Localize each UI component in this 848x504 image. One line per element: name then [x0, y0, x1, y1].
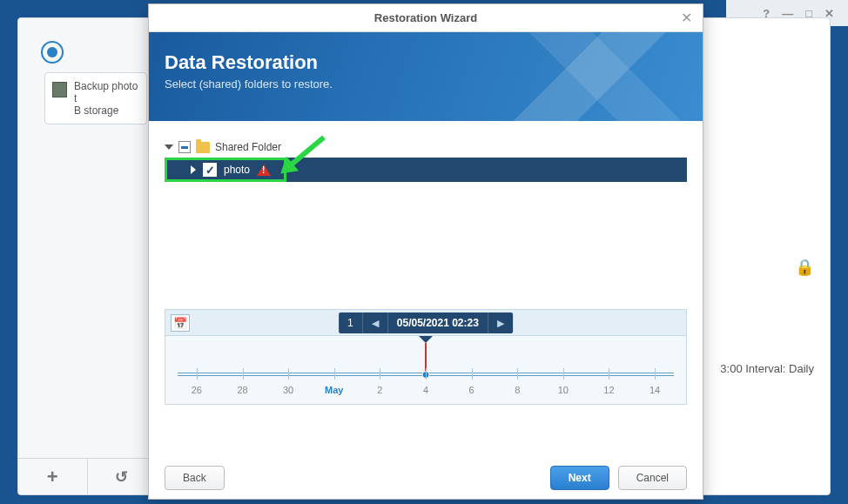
modal-header: Data Restoration Select (shared) folders…	[149, 32, 703, 121]
timeline-tick	[472, 368, 473, 380]
timeline-tick	[334, 368, 335, 380]
timeline-tick	[243, 368, 244, 380]
caret-down-icon[interactable]	[165, 144, 173, 150]
folder-icon	[196, 142, 210, 153]
caret-right-icon[interactable]	[191, 165, 196, 174]
modal-header-subtitle: Select (shared) folders to restore.	[165, 77, 687, 91]
timeline-pointer-icon	[419, 336, 433, 343]
checkbox-checked[interactable]: ✓	[203, 163, 217, 177]
timeline-tick-label: 10	[558, 385, 569, 395]
timeline-tick-label: May	[325, 385, 343, 395]
backup-task-item[interactable]: Backup photo t B storage	[44, 72, 147, 124]
cancel-button[interactable]: Cancel	[618, 466, 687, 490]
timeline-header: 📅 1 ◀ 05/05/2021 02:23 ▶	[165, 310, 686, 336]
schedule-text: 3:00 Interval: Daily	[720, 362, 814, 375]
modal-title: Restoration Wizard	[374, 11, 477, 24]
back-button[interactable]: Back	[165, 466, 225, 490]
timeline-datetime: 05/05/2021 02:23	[388, 312, 488, 333]
timeline-tick	[609, 368, 609, 380]
timeline-tick-label: 6	[469, 385, 474, 395]
modal-body: Shared Folder ✓ photo 📅 1 ◀	[149, 121, 703, 457]
timeline: 📅 1 ◀ 05/05/2021 02:23 ▶ 262830May246810…	[165, 309, 687, 405]
timeline-tick-label: 28	[237, 385, 247, 395]
timeline-tick-label: 4	[423, 385, 428, 395]
timeline-tick	[655, 368, 656, 380]
tree-child-photo[interactable]: ✓ photo	[165, 158, 687, 182]
tree-root-row[interactable]: Shared Folder	[165, 138, 687, 156]
timeline-tick	[197, 368, 198, 380]
timeline-tick-label: 8	[515, 385, 520, 395]
modal-footer: Back Next Cancel	[149, 457, 703, 499]
modal-titlebar: Restoration Wizard ✕	[149, 4, 703, 32]
tree-root-label: Shared Folder	[215, 141, 281, 153]
timeline-tick	[426, 368, 427, 380]
calendar-icon	[52, 82, 67, 97]
timeline-page: 1	[339, 312, 362, 333]
timeline-tick-label: 12	[603, 385, 614, 395]
timeline-calendar-button[interactable]: 📅	[171, 314, 190, 332]
timeline-tick-label: 2	[377, 385, 382, 395]
timeline-tick-label: 26	[192, 385, 202, 395]
timeline-tick-label: 14	[649, 385, 660, 395]
timeline-tick	[517, 368, 518, 380]
timeline-badge: 1 ◀ 05/05/2021 02:23 ▶	[339, 312, 513, 333]
left-panel-toolbar: + ↺	[18, 458, 156, 494]
modal-close-icon[interactable]: ✕	[681, 10, 692, 26]
next-button[interactable]: Next	[550, 466, 609, 490]
modal-header-title: Data Restoration	[165, 51, 687, 74]
app-logo-icon	[41, 41, 64, 64]
lock-icon[interactable]: 🔒	[795, 258, 814, 277]
add-button[interactable]: +	[18, 459, 87, 494]
tristate-checkbox[interactable]	[178, 141, 191, 153]
backup-task-text: Backup photo t B storage	[74, 80, 139, 117]
timeline-prev-button[interactable]: ◀	[363, 312, 387, 333]
timeline-tick-label: 30	[283, 385, 293, 395]
tree-child-label: photo	[224, 164, 250, 176]
folder-tree: Shared Folder ✓ photo	[165, 138, 687, 182]
left-panel: Backup photo t B storage + ↺	[17, 17, 157, 495]
warning-icon	[257, 165, 271, 176]
timeline-tick	[563, 368, 564, 380]
timeline-tick	[380, 368, 380, 380]
timeline-next-button[interactable]: ▶	[488, 312, 513, 333]
restoration-wizard-modal: Restoration Wizard ✕ Data Restoration Se…	[148, 3, 703, 500]
history-button[interactable]: ↺	[87, 459, 157, 494]
timeline-tick	[288, 368, 289, 380]
